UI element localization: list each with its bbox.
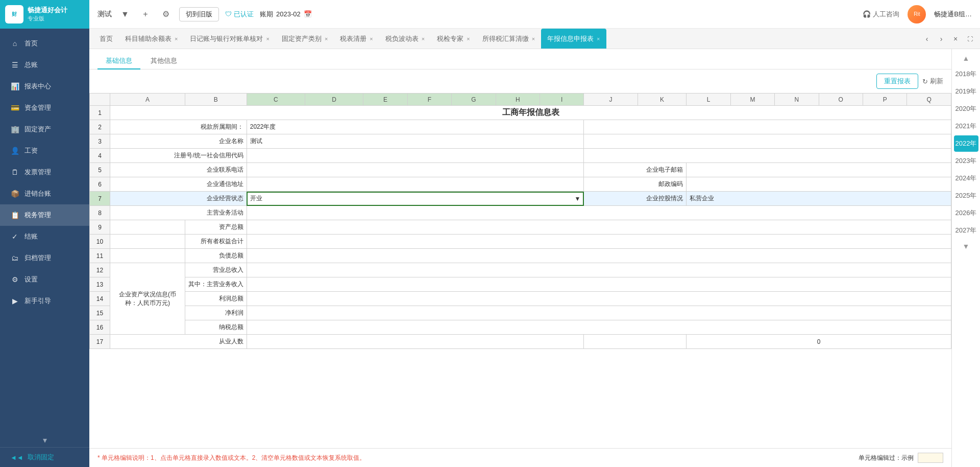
- grid-wrapper[interactable]: A B C D E F G H I J K L M: [89, 93, 951, 448]
- col-header-p[interactable]: P: [863, 94, 906, 106]
- sidebar-item-archive[interactable]: 🗂 归档管理: [0, 247, 89, 269]
- sidebar-item-general-ledger[interactable]: ☰ 总账: [0, 54, 89, 76]
- sidebar-item-tax-management[interactable]: 📋 税务管理: [0, 204, 89, 226]
- tab-close-fixed-asset[interactable]: ×: [325, 36, 328, 42]
- col-header-l[interactable]: L: [687, 94, 730, 106]
- year-item-2019[interactable]: 2019年: [954, 83, 978, 100]
- col-header-d[interactable]: D: [305, 94, 363, 106]
- sidebar-scroll-down[interactable]: ▾: [0, 433, 89, 447]
- col-header-f[interactable]: F: [407, 94, 451, 106]
- cell-9-value[interactable]: [247, 220, 951, 235]
- cell-14-value[interactable]: [247, 292, 951, 306]
- cell-1-title[interactable]: 工商年报信息表: [110, 106, 951, 120]
- sub-tab-basic[interactable]: 基础信息: [97, 53, 140, 69]
- tab-fullscreen-button[interactable]: ⛶: [964, 33, 976, 45]
- cell-15-value[interactable]: [247, 306, 951, 320]
- avatar[interactable]: Rit: [908, 5, 926, 24]
- tab-tax-fluctuation[interactable]: 税负波动表 ×: [379, 29, 431, 49]
- cell-17-right[interactable]: 0: [687, 335, 951, 349]
- year-scroll-down-button[interactable]: ▼: [958, 239, 974, 253]
- cell-6-value[interactable]: [247, 177, 584, 192]
- cell-7-dropdown[interactable]: 开业 ▼: [247, 192, 584, 206]
- cell-8-value[interactable]: [247, 206, 951, 220]
- cell-12-value[interactable]: [247, 263, 951, 277]
- tab-home[interactable]: 首页: [93, 29, 119, 49]
- col-header-c[interactable]: C: [247, 94, 305, 106]
- col-header-n[interactable]: N: [775, 94, 819, 106]
- cell-11-value[interactable]: [247, 249, 951, 263]
- year-item-2023[interactable]: 2023年: [954, 153, 978, 169]
- year-scroll-up-button[interactable]: ▲: [958, 51, 974, 65]
- reset-report-button[interactable]: 重置报表: [876, 74, 918, 89]
- sidebar-item-payroll[interactable]: 👤 工资: [0, 140, 89, 161]
- tab-close-auxiliary-balance[interactable]: ×: [175, 36, 178, 42]
- sidebar-item-checkout[interactable]: ✓ 结账: [0, 226, 89, 247]
- tab-auxiliary-balance[interactable]: 科目辅助余额表 ×: [119, 29, 184, 49]
- tab-income-tax[interactable]: 所得税汇算清缴 ×: [476, 29, 541, 49]
- sub-tab-other[interactable]: 其他信息: [142, 53, 185, 69]
- cell-16-value[interactable]: [247, 320, 951, 335]
- year-item-2026[interactable]: 2026年: [954, 205, 978, 221]
- year-item-2027[interactable]: 2027年: [954, 222, 978, 239]
- tab-close-all-button[interactable]: ×: [949, 33, 962, 45]
- col-header-b[interactable]: B: [185, 94, 247, 106]
- col-header-a[interactable]: A: [110, 94, 185, 106]
- refresh-button[interactable]: ↻ 刷新: [922, 77, 943, 86]
- tab-close-tax-fluctuation[interactable]: ×: [422, 36, 425, 42]
- col-header-g[interactable]: G: [452, 94, 496, 106]
- customer-service[interactable]: 🎧 人工咨询: [863, 10, 899, 19]
- cell-6-postal-value[interactable]: [687, 177, 951, 192]
- col-header-k[interactable]: K: [638, 94, 687, 106]
- cell-7-holding-value[interactable]: 私营企业: [687, 192, 951, 206]
- tab-close-tax-expert[interactable]: ×: [467, 36, 470, 42]
- tab-annual-report[interactable]: 年报信息申报表 ×: [541, 29, 606, 49]
- switch-version-button[interactable]: 切到旧版: [179, 7, 219, 21]
- cell-6-label: 企业通信地址: [110, 177, 247, 192]
- tab-prev-button[interactable]: ‹: [921, 33, 933, 45]
- tab-next-button[interactable]: ›: [935, 33, 947, 45]
- cell-5-value[interactable]: [247, 163, 584, 177]
- sidebar-item-purchase-sales[interactable]: 📦 进销台账: [0, 183, 89, 204]
- sidebar-item-fixed-assets[interactable]: 🏢 固定资产: [0, 119, 89, 140]
- year-item-2020[interactable]: 2020年: [954, 101, 978, 117]
- year-item-2024[interactable]: 2024年: [954, 170, 978, 186]
- cell-17-value[interactable]: [247, 335, 584, 349]
- settings-button[interactable]: ⚙: [159, 7, 173, 21]
- col-header-j[interactable]: J: [584, 94, 638, 106]
- sidebar-item-guide[interactable]: ▶ 新手引导: [0, 290, 89, 312]
- username: 畅捷通B组…: [934, 10, 972, 19]
- year-item-2021[interactable]: 2021年: [954, 118, 978, 134]
- sidebar-footer-unpin[interactable]: ◄◄ 取消固定: [0, 447, 89, 467]
- cell-3-value[interactable]: 测试: [247, 134, 584, 149]
- col-header-q[interactable]: Q: [907, 94, 951, 106]
- col-header-i[interactable]: I: [540, 94, 583, 106]
- sidebar-item-fund-management[interactable]: 💳 资金管理: [0, 97, 89, 119]
- sidebar-item-settings[interactable]: ⚙ 设置: [0, 269, 89, 290]
- sidebar-item-report-center[interactable]: 📊 报表中心: [0, 76, 89, 97]
- year-item-2022[interactable]: 2022年: [954, 135, 978, 152]
- cell-2-value[interactable]: 2022年度: [247, 120, 584, 134]
- tab-journal-bank[interactable]: 日记账与银行对账单核对 ×: [184, 29, 275, 49]
- col-header-m[interactable]: M: [730, 94, 774, 106]
- cell-5-email-value[interactable]: [687, 163, 951, 177]
- tab-fixed-asset-category[interactable]: 固定资产类别 ×: [276, 29, 334, 49]
- cell-4-value[interactable]: [247, 149, 584, 163]
- col-header-h[interactable]: H: [496, 94, 540, 106]
- tab-close-journal-bank[interactable]: ×: [266, 36, 269, 42]
- add-button[interactable]: +: [138, 7, 153, 21]
- tab-tax-schedule[interactable]: 税表清册 ×: [334, 29, 379, 49]
- tab-tax-expert[interactable]: 税检专家 ×: [431, 29, 476, 49]
- sidebar-item-invoice-management[interactable]: 🗒 发票管理: [0, 161, 89, 183]
- col-header-e[interactable]: E: [363, 94, 407, 106]
- tab-close-income-tax[interactable]: ×: [532, 36, 535, 42]
- company-dropdown-button[interactable]: ▼: [118, 7, 132, 21]
- year-item-2025[interactable]: 2025年: [954, 188, 978, 204]
- tab-close-tax-schedule[interactable]: ×: [370, 36, 373, 42]
- cell-13-value[interactable]: [247, 277, 951, 292]
- col-header-o[interactable]: O: [819, 94, 863, 106]
- sidebar-item-home[interactable]: ⌂ 首页: [0, 33, 89, 54]
- cell-10-value[interactable]: [247, 235, 951, 249]
- tab-close-annual-report[interactable]: ×: [597, 36, 600, 42]
- year-item-2018[interactable]: 2018年: [954, 66, 978, 82]
- calendar-icon[interactable]: 📅: [304, 10, 312, 18]
